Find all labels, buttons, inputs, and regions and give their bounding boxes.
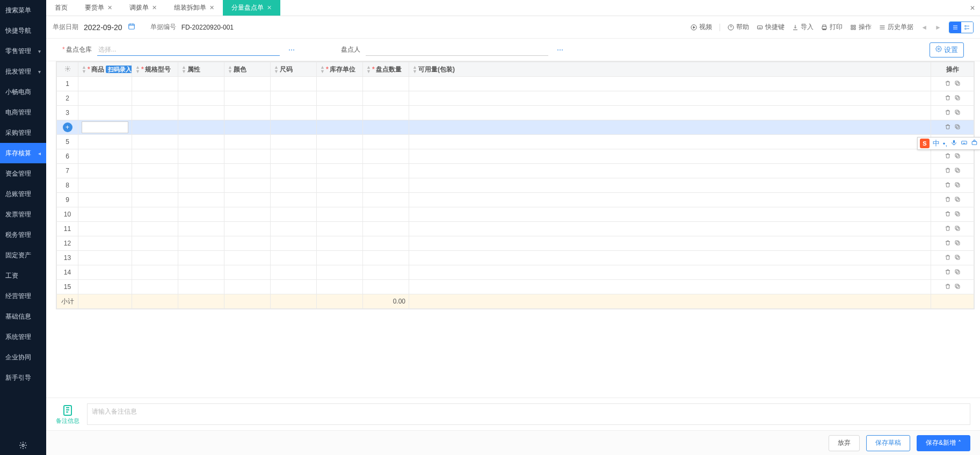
shortcut-link[interactable]: 快捷键 [757,23,785,32]
nav-next[interactable]: ► [935,24,941,31]
tab[interactable]: 分量盘点单✕ [223,0,280,16]
copy-icon[interactable] [954,284,961,291]
delete-icon[interactable] [945,269,951,277]
delete-icon[interactable] [945,124,951,132]
tab[interactable]: 首页 [46,0,76,16]
delete-icon[interactable] [945,182,951,190]
scan-chip[interactable]: 扫码录入 [106,66,132,73]
table-row[interactable]: 9 [57,193,974,207]
sidebar-item[interactable]: 企业协同 [0,347,46,367]
discard-button[interactable]: 放弃 [829,435,860,451]
sidebar-item[interactable]: 新手引导 [0,367,46,388]
sidebar-item[interactable]: 总账管理 [0,184,46,204]
col-header[interactable]: ▲▼可用量(包装) [409,62,931,77]
tab[interactable]: 调拨单✕ [121,0,165,16]
table-row[interactable]: 13 [57,251,974,265]
help-link[interactable]: 帮助 [728,23,749,32]
table-row[interactable]: + [57,120,974,135]
ime-keyboard-icon[interactable] [961,139,968,148]
copy-icon[interactable] [954,226,961,233]
table-row[interactable]: 14 [57,265,974,280]
sidebar-item[interactable]: 小畅电商 [0,82,46,102]
table-row[interactable]: 5 [57,135,974,149]
sidebar-item[interactable]: 基础信息 [0,306,46,327]
close-all-icon[interactable]: ✕ [965,0,980,16]
copy-icon[interactable] [954,197,961,204]
sidebar-settings-icon[interactable] [0,436,46,455]
copy-icon[interactable] [954,153,961,161]
th-gear[interactable] [57,62,78,77]
sidebar-item[interactable]: 库存核算◂ [0,143,46,163]
view-list-icon[interactable] [961,22,973,33]
copy-icon[interactable] [954,269,961,277]
copy-icon[interactable] [954,124,961,132]
table-row[interactable]: 15 [57,280,974,294]
copy-icon[interactable] [954,255,961,262]
table-row[interactable]: 10 [57,207,974,222]
settings-button[interactable]: 设置 [930,42,964,57]
tab[interactable]: 组装拆卸单✕ [165,0,223,16]
operate-link[interactable]: 操作 [850,23,872,32]
calendar-icon[interactable] [128,23,135,32]
save-new-button[interactable]: 保存&新增˄ [917,435,970,451]
ime-punct-icon[interactable]: •, [943,140,947,148]
copy-icon[interactable] [954,168,961,175]
sidebar-item[interactable]: 工资 [0,265,46,286]
sidebar-item[interactable]: 搜索菜单 [0,0,46,20]
video-link[interactable]: 视频 [691,23,712,32]
close-icon[interactable]: ✕ [267,4,272,11]
date-value[interactable]: 2022-09-20 [84,23,122,32]
warehouse-input[interactable] [97,44,280,56]
nav-prev[interactable]: ◄ [921,24,927,31]
col-header[interactable]: ▲▼*商品 扫码录入 [78,62,132,77]
history-link[interactable]: 历史单据 [879,23,913,32]
close-icon[interactable]: ✕ [152,4,157,11]
col-header[interactable]: ▲▼属性 [178,62,224,77]
copy-icon[interactable] [954,240,961,248]
ime-toolbox-icon[interactable] [971,139,978,148]
delete-icon[interactable] [945,95,951,103]
person-input[interactable] [366,44,548,56]
ime-mic-icon[interactable] [950,139,957,148]
sidebar-item[interactable]: 快捷导航 [0,20,46,41]
delete-icon[interactable] [945,226,951,233]
col-header[interactable]: ▲▼尺码 [271,62,317,77]
delete-icon[interactable] [945,81,951,88]
sidebar-item[interactable]: 固定资产 [0,245,46,265]
delete-icon[interactable] [945,240,951,248]
ime-lang[interactable]: 中 [933,139,940,148]
sidebar-item[interactable]: 零售管理▾ [0,41,46,61]
delete-icon[interactable] [945,110,951,117]
table-row[interactable]: 8 [57,178,974,193]
copy-icon[interactable] [954,110,961,117]
save-draft-button[interactable]: 保存草稿 [866,435,910,451]
delete-icon[interactable] [945,284,951,291]
print-link[interactable]: 打印 [821,23,843,32]
col-header[interactable]: ▲▼*库存单位 [317,62,363,77]
copy-icon[interactable] [954,211,961,219]
copy-icon[interactable] [954,95,961,103]
copy-icon[interactable] [954,81,961,88]
sidebar-item[interactable]: 经营管理 [0,286,46,306]
remark-input[interactable] [87,403,970,425]
delete-icon[interactable] [945,255,951,262]
cell-input[interactable] [82,121,128,133]
delete-icon[interactable] [945,153,951,161]
ime-toolbar[interactable]: S 中 •, [917,137,980,150]
sidebar-item[interactable]: 发票管理 [0,204,46,225]
sidebar-item[interactable]: 系统管理 [0,327,46,347]
sidebar-item[interactable]: 资金管理 [0,163,46,184]
delete-icon[interactable] [945,168,951,175]
copy-icon[interactable] [954,182,961,190]
table-row[interactable]: 1 [57,77,974,91]
col-header[interactable]: ▲▼*规格型号 [132,62,178,77]
table-row[interactable]: 3 [57,106,974,120]
col-header[interactable]: ▲▼颜色 [224,62,271,77]
col-header[interactable]: ▲▼*盘点数量 [363,62,409,77]
sidebar-item[interactable]: 采购管理 [0,122,46,143]
add-row-icon[interactable]: + [63,122,72,132]
table-row[interactable]: 2 [57,91,974,106]
warehouse-more-icon[interactable]: ⋯ [285,46,298,54]
delete-icon[interactable] [945,211,951,219]
sidebar-item[interactable]: 批发管理▾ [0,61,46,82]
